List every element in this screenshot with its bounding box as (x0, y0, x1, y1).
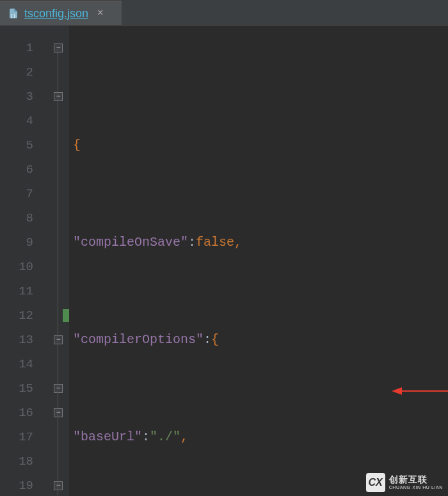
line-number: 12 (0, 303, 47, 328)
watermark-brand-en: CHUANG XIN HU LIAN (389, 485, 443, 490)
fold-toggle[interactable]: − (47, 328, 69, 352)
watermark: CX 创新互联 CHUANG XIN HU LIAN (366, 473, 443, 492)
code-area[interactable]: { "compileOnSave": false, "compilerOptio… (69, 26, 448, 496)
line-number: 11 (0, 279, 47, 303)
line-number: 6 (0, 157, 47, 182)
line-number-gutter: 1 2 3 4 5 6 7 8 9 10 11 12 13 14 15 16 1… (0, 26, 47, 496)
fold-gutter: − − − − − − (47, 26, 69, 496)
line-number: 16 (0, 401, 47, 425)
fold-toggle[interactable]: − (47, 474, 69, 496)
line-number: 2 (0, 60, 47, 84)
json-file-icon: {} (8, 8, 19, 19)
tab-bar: {} tsconfig.json × (0, 0, 448, 26)
fold-toggle[interactable]: − (47, 36, 69, 60)
svg-marker-2 (392, 387, 402, 395)
file-tab[interactable]: {} tsconfig.json × (0, 1, 122, 25)
line-number: 9 (0, 230, 47, 255)
line-number: 13 (0, 328, 47, 352)
line-number: 15 (0, 376, 47, 401)
change-marker (63, 309, 69, 322)
fold-toggle[interactable]: − (47, 401, 69, 425)
line-number: 1 (0, 36, 47, 60)
svg-text:{}: {} (11, 13, 16, 19)
annotation-arrow (346, 358, 448, 371)
line-number: 4 (0, 109, 47, 133)
fold-guide-line (58, 49, 58, 496)
line-number: 8 (0, 206, 47, 230)
line-number: 10 (0, 255, 47, 279)
fold-toggle[interactable]: − (47, 376, 69, 401)
close-icon[interactable]: × (97, 8, 104, 19)
line-number: 3 (0, 84, 47, 109)
line-number: 19 (0, 474, 47, 496)
fold-toggle[interactable]: − (47, 84, 69, 109)
tab-filename: tsconfig.json (24, 7, 88, 20)
line-number: 7 (0, 182, 47, 206)
line-number: 17 (0, 425, 47, 449)
line-number: 5 (0, 133, 47, 157)
watermark-brand-cn: 创新互联 (389, 475, 443, 484)
watermark-logo-icon: CX (366, 473, 385, 492)
code-editor[interactable]: 1 2 3 4 5 6 7 8 9 10 11 12 13 14 15 16 1… (0, 26, 448, 496)
line-number: 18 (0, 449, 47, 474)
line-number: 14 (0, 352, 47, 376)
